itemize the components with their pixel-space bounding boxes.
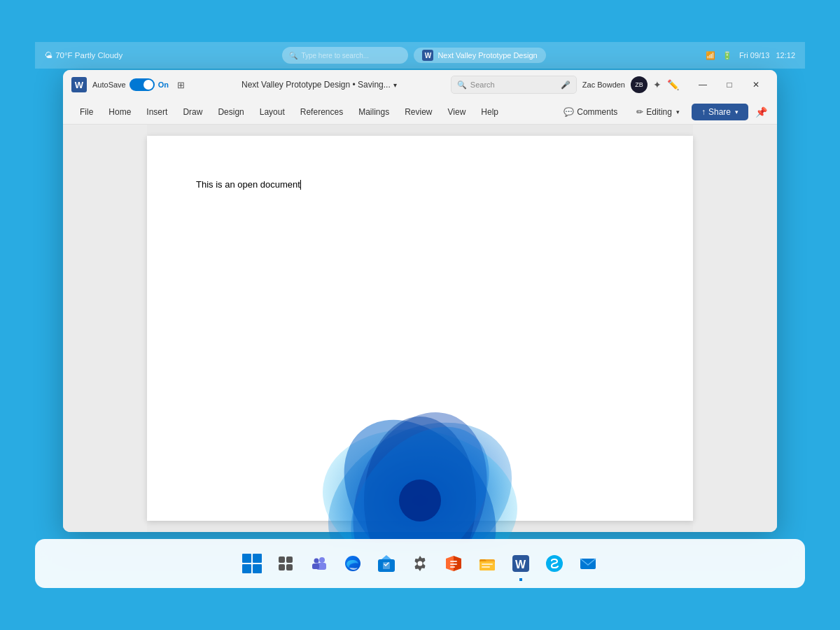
active-app-indicator[interactable]: W Next Valley Prototype Design [414,48,545,63]
title-search-bar[interactable]: 🔍 Search 🎤 [451,76,577,94]
svg-rect-22 [450,566,455,568]
window-controls: — □ ✕ [690,75,769,94]
office-logo [444,554,463,573]
task-view-icon [278,556,293,571]
ribbon-icon[interactable]: ⊞ [174,78,188,92]
svg-rect-9 [279,564,285,570]
svg-rect-25 [482,564,493,565]
edge-logo [344,554,362,573]
menu-right-actions: 💬 Comments ✏ Editing ▾ ↑ Share ▾ 📌 [556,104,767,120]
mic-icon[interactable]: 🎤 [561,80,570,90]
doc-sidebar-left [63,125,147,532]
task-view-button[interactable] [271,549,300,578]
text-cursor [300,180,302,190]
edge-button[interactable] [338,549,368,578]
mail-logo [579,554,597,573]
pen-icon[interactable]: ✏️ [667,79,679,90]
pin-icon[interactable]: 📌 [755,106,767,118]
svg-point-11 [319,557,325,563]
svg-point-19 [418,561,423,566]
teams-icon[interactable] [304,549,334,578]
magic-icon[interactable]: ✦ [653,79,662,90]
svg-rect-10 [286,564,293,570]
svg-rect-8 [286,556,293,563]
svg-text:W: W [515,559,526,570]
mail-button[interactable] [573,549,603,578]
file-explorer-logo [478,554,496,573]
word-logo: W [512,554,530,573]
menu-home[interactable]: Home [102,104,138,120]
document-content[interactable]: This is an open document [196,178,644,192]
editing-dropdown-icon: ▾ [676,108,680,115]
system-tray: 📶 🔋 Fri 09/13 12:12 [706,51,795,60]
menu-file[interactable]: File [73,104,100,120]
taskbar: W [35,539,805,588]
settings-logo [412,555,428,572]
start-button[interactable] [237,549,267,578]
teams-logo [310,554,328,573]
skype-button[interactable] [540,549,569,578]
file-explorer-button[interactable] [472,549,502,578]
settings-button[interactable] [405,549,435,578]
menu-draw[interactable]: Draw [176,104,209,120]
doc-sidebar-right [693,125,777,532]
editing-icon: ✏ [636,107,643,117]
menu-insert[interactable]: Insert [139,104,174,120]
menu-bar: File Home Insert Draw Design Layout Refe… [63,99,777,125]
user-avatar[interactable]: ZB [631,76,648,93]
topbar-search-box[interactable]: 🔍 Type here to search... [282,47,408,64]
store-button[interactable] [372,549,401,578]
system-topbar: 🌤 70°F Partly Cloudy 🔍 Type here to sear… [35,42,805,69]
svg-rect-24 [479,561,495,570]
maximize-button[interactable]: □ [717,75,742,94]
user-initials: ZB [635,81,643,88]
weather-icon: 🌤 [45,51,53,59]
search-icon: 🔍 [289,52,298,59]
document-page[interactable]: This is an open document [147,136,693,521]
word-app-icon: W [71,77,87,92]
menu-layout[interactable]: Layout [253,104,292,120]
editing-button[interactable]: ✏ Editing ▾ [629,104,687,120]
share-button[interactable]: ↑ Share ▾ [692,104,748,120]
comments-button[interactable]: 💬 Comments [556,104,624,120]
svg-rect-21 [450,564,457,565]
topbar-search-area: 🔍 Type here to search... W Next Valley P… [122,47,706,64]
active-indicator [519,578,522,581]
weather-display: 🌤 70°F Partly Cloudy [45,51,122,59]
document-title: Next Valley Prototype Design • Saving...… [193,80,445,90]
word-topbar-icon: W [422,50,433,61]
svg-marker-17 [382,555,391,559]
title-bar: W AutoSave On ⊞ Next Valley Prototype De… [63,70,777,99]
svg-rect-7 [279,556,285,563]
autosave-toggle[interactable] [130,78,155,91]
share-dropdown-icon: ▾ [735,108,738,115]
comments-icon: 💬 [564,107,574,117]
svg-point-13 [314,559,319,564]
svg-rect-14 [312,564,319,569]
menu-references[interactable]: References [293,104,350,120]
share-icon: ↑ [701,107,706,117]
store-logo [377,554,396,573]
svg-rect-26 [482,566,490,568]
battery-icon: 🔋 [722,51,732,60]
autosave-label: AutoSave [92,80,126,89]
menu-review[interactable]: Review [398,104,439,120]
svg-rect-20 [450,561,457,562]
menu-view[interactable]: View [441,104,473,120]
title-dropdown-icon[interactable]: ▾ [393,81,397,89]
minimize-button[interactable]: — [690,75,715,94]
close-button[interactable]: ✕ [743,75,769,94]
desktop: 🌤 70°F Partly Cloudy 🔍 Type here to sear… [35,42,805,588]
document-area: This is an open document [63,125,777,532]
menu-help[interactable]: Help [474,104,505,120]
word-button[interactable]: W [506,549,536,578]
windows-logo [242,554,262,573]
menu-mailings[interactable]: Mailings [351,104,396,120]
user-area: Zac Bowden ZB ✦ ✏️ [582,76,679,93]
menu-design[interactable]: Design [211,104,251,120]
datetime-display: Fri 09/13 12:12 [739,51,795,59]
office-button[interactable] [439,549,468,578]
word-window: W AutoSave On ⊞ Next Valley Prototype De… [63,70,777,532]
autosave-state: On [158,80,169,89]
autosave-group: AutoSave On [92,78,169,91]
